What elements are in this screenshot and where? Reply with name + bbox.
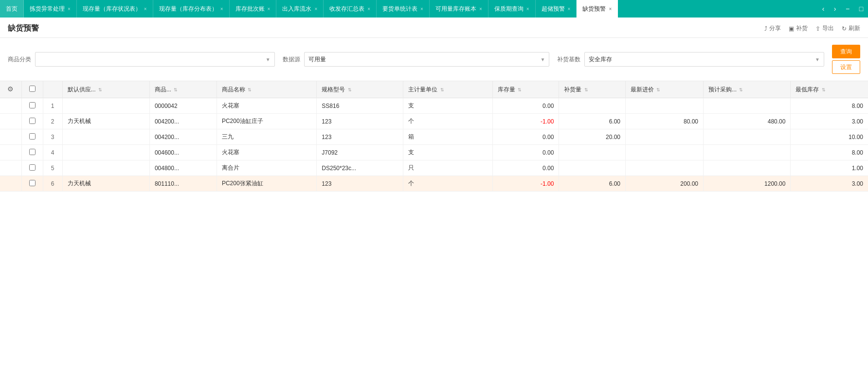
export-button[interactable]: ⇪ 导出 [815,24,834,33]
tab-order-stats-close[interactable]: × [420,6,423,12]
tab-batch-close[interactable]: × [268,6,271,12]
th-spec[interactable]: 规格型号 ⇅ [317,81,403,98]
th-name[interactable]: 商品名称 ⇅ [217,81,316,98]
th-settings[interactable]: ⚙ [0,81,21,98]
tab-exception-label: 拣货异常处理 [30,5,65,13]
row-checkbox-5[interactable] [29,180,36,186]
refresh-button[interactable]: ↻ 刷新 [842,24,860,33]
row-checkbox-3[interactable] [29,149,36,155]
tab-inventory-dist-close[interactable]: × [220,6,223,12]
tab-exception[interactable]: 拣货异常处理 × [24,0,77,18]
query-button[interactable]: 查询 [832,45,860,58]
tab-order-stats[interactable]: 要货单统计表 × [377,0,430,18]
td-spec-5: 123 [317,176,403,192]
tab-shortage[interactable]: 缺货预警 × [577,0,618,18]
datasource-select-arrow: ▼ [540,57,545,62]
th-stock[interactable]: 库存量 ⇅ [492,81,559,98]
td-latest-price-1: 80.00 [626,114,704,129]
nav-prev-arrow[interactable]: ‹ [817,0,829,18]
page-container: 缺货预警 ⤴ 分享 ▣ 补货 ⇪ 导出 ↻ 刷新 商品分类 [0,18,868,387]
setting-button[interactable]: 设置 [832,60,860,74]
share-button[interactable]: ⤴ 分享 [764,24,781,33]
header-actions: ⤴ 分享 ▣ 补货 ⇪ 导出 ↻ 刷新 [764,24,860,33]
tab-overstock-close[interactable]: × [568,6,571,12]
select-all-checkbox[interactable] [29,86,36,92]
tab-batch[interactable]: 库存批次账 × [230,0,277,18]
td-code-5: 801110... [149,176,217,192]
datasource-filter-group: 数据源 可用量 ▼ [283,52,550,67]
replenish-base-filter-group: 补货基数 安全库存 ▼ [557,52,824,67]
tab-inventory-dist[interactable]: 现存量（库存分布表） × [153,0,230,18]
spec-sort-icon: ⇅ [348,88,352,92]
datasource-select[interactable]: 可用量 ▼ [304,52,550,67]
tab-inventory-status[interactable]: 现存量（库存状况表） × [77,0,153,18]
td-checkbox-1 [21,114,43,129]
tab-available-ledger[interactable]: 可用量库存账本 × [430,0,488,18]
filter-bar: 商品分类 ▼ 数据源 可用量 ▼ 补货基数 安全库存 ▼ 查询 设置 [0,38,868,81]
replenish-base-select[interactable]: 安全库存 ▼ [584,52,824,67]
datasource-filter-label: 数据源 [283,55,300,64]
tab-inout-flow[interactable]: 出入库流水 × [276,0,324,18]
td-replenish-3 [559,145,626,160]
table-row: 3 004200... 三九 123 箱 0.00 20.00 10.00 [0,129,868,145]
tab-shortage-close[interactable]: × [609,6,612,12]
row-checkbox-4[interactable] [29,164,36,171]
nav-next-arrow[interactable]: › [829,0,841,18]
tab-available-ledger-close[interactable]: × [479,6,482,12]
tab-inout-flow-close[interactable]: × [314,6,317,12]
tab-home-label: 首页 [6,5,18,13]
tab-expiry-close[interactable]: × [526,6,529,12]
td-num-4: 5 [43,160,62,176]
replenish-button[interactable]: ▣ 补货 [789,24,808,33]
latest-price-sort-icon: ⇅ [656,88,660,92]
unit-sort-icon: ⇅ [440,88,444,92]
replenish-base-select-arrow: ▼ [815,57,820,62]
row-checkbox-0[interactable] [29,102,36,108]
tab-expiry[interactable]: 保质期查询 × [488,0,536,18]
th-latest-price[interactable]: 最新进价 ⇅ [626,81,704,98]
th-est-purchase[interactable]: 预计采购... ⇅ [704,81,791,98]
table-header-row: ⚙ 默认供应... ⇅ 商品... ⇅ 商品名称 [0,81,868,98]
td-spec-2: 123 [317,129,403,145]
th-supplier[interactable]: 默认供应... ⇅ [62,81,149,98]
th-replenish[interactable]: 补货量 ⇅ [559,81,626,98]
td-supplier-1: 力天机械 [62,114,149,129]
tab-home[interactable]: 首页 [0,0,24,18]
td-min-stock-0: 8.00 [791,98,868,114]
th-row-num [43,81,62,98]
tab-shortage-label: 缺货预警 [582,5,606,13]
tab-available-ledger-label: 可用量库存账本 [435,5,476,13]
category-filter-group: 商品分类 ▼ [8,52,275,67]
tab-receipt-summary[interactable]: 收发存汇总表 × [324,0,377,18]
tab-inout-flow-label: 出入库流水 [282,5,311,13]
row-checkbox-2[interactable] [29,133,36,140]
td-supplier-3 [62,145,149,160]
td-stock-4: 0.00 [492,160,559,176]
th-supplier-label: 默认供应... [68,86,96,93]
td-code-2: 004200... [149,129,217,145]
tab-exception-close[interactable]: × [68,6,71,12]
td-supplier-4 [62,160,149,176]
td-est-purchase-0 [704,98,791,114]
est-purchase-sort-icon: ⇅ [739,88,743,92]
td-unit-1: 个 [403,114,492,129]
row-checkbox-1[interactable] [29,118,36,124]
td-stock-1: -1.00 [492,114,559,129]
nav-minimize-btn[interactable]: − [841,0,854,18]
tab-receipt-summary-close[interactable]: × [367,6,370,12]
share-label: 分享 [769,24,781,33]
tab-inventory-status-close[interactable]: × [144,6,147,12]
td-stock-3: 0.00 [492,145,559,160]
td-spec-1: 123 [317,114,403,129]
tab-overstock[interactable]: 超储预警 × [536,0,577,18]
table-row: 5 004800... 离合片 DS250*23c... 只 0.00 1.00 [0,160,868,176]
td-min-stock-5: 3.00 [791,176,868,192]
th-code[interactable]: 商品... ⇅ [149,81,217,98]
settings-gear-icon[interactable]: ⚙ [6,85,15,94]
table-row: 6 力天机械 801110... PC200张紧油缸 123 个 -1.00 6… [0,176,868,192]
th-min-stock[interactable]: 最低库存 ⇅ [791,81,868,98]
th-unit[interactable]: 主计量单位 ⇅ [403,81,492,98]
category-select[interactable]: ▼ [35,52,275,67]
td-name-2: 三九 [217,129,316,145]
nav-maximize-btn[interactable]: □ [854,0,868,18]
